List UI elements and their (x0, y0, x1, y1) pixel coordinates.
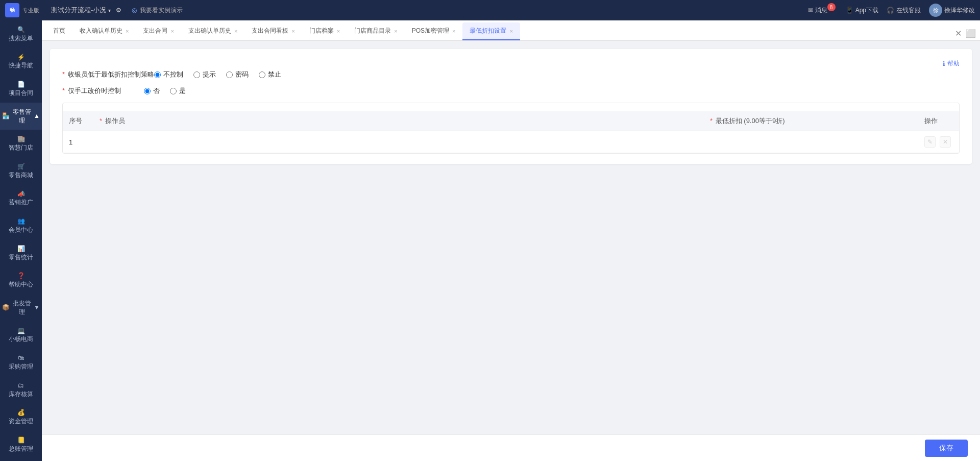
tab-min-discount-label: 最低折扣设置 (470, 27, 506, 35)
help-link[interactable]: ℹ 帮助 (943, 59, 960, 68)
manual-price-yes-radio[interactable] (170, 88, 177, 94)
sidebar-item-contracts[interactable]: 📄 项目合同 (0, 75, 42, 103)
sidebar-label-smart-store: 智慧门店 (2, 143, 40, 152)
tab-home[interactable]: 首页 (46, 22, 72, 40)
sidebar-item-retail-stats[interactable]: 📊 零售统计 (0, 239, 42, 267)
cell-discount-1 (704, 131, 918, 153)
tab-pos-password-close[interactable]: × (452, 28, 455, 34)
customer-service-button[interactable]: 🎧 在线客服 (887, 6, 921, 15)
tab-store-product-catalog[interactable]: 门店商品目录 × (347, 22, 404, 40)
discount-policy-password-radio[interactable] (226, 71, 233, 78)
tab-income-history-close[interactable]: × (126, 28, 129, 34)
sidebar-item-members[interactable]: 👥 会员中心 (0, 212, 42, 239)
discount-policy-forbid-radio[interactable] (259, 71, 265, 78)
discount-policy-hint[interactable]: 提示 (193, 70, 216, 79)
table-row: 1 ✎ ✕ (63, 131, 959, 153)
discount-policy-forbid-label: 禁止 (268, 70, 281, 79)
sidebar-item-search[interactable]: 🔍 搜索菜单 (0, 20, 42, 48)
sidebar-item-ecommerce[interactable]: 💻 小畅电商 (0, 322, 42, 349)
tab-store-archive-label: 门店档案 (309, 27, 334, 35)
tab-payment-contract-board-close[interactable]: × (291, 28, 295, 34)
tab-payment-confirm-history-close[interactable]: × (234, 28, 237, 34)
tab-payment-contract-close[interactable]: × (170, 28, 174, 34)
tab-store-archive-close[interactable]: × (337, 28, 340, 34)
discount-policy-label: * 收银员低于最低折扣控制策略 (62, 70, 154, 79)
message-icon: ✉ (808, 7, 813, 14)
tab-bar-actions: ✕ ⬜ (955, 29, 976, 40)
tab-payment-contract-board[interactable]: 支出合同看板 × (244, 22, 302, 40)
delete-icon-btn[interactable]: ✕ (940, 136, 951, 148)
download-icon: 📱 (846, 7, 853, 14)
tab-store-product-catalog-close[interactable]: × (394, 28, 397, 34)
manual-price-row: * 仅手工改价时控制 否 是 (62, 86, 960, 95)
edit-icon-btn[interactable]: ✎ (924, 136, 936, 148)
content-area: 首页 收入确认单历史 × 支出合同 × 支出确认单历史 × 支出合同看板 × 门… (42, 20, 980, 461)
help-circle-icon: ℹ (943, 60, 945, 67)
tab-close-icon[interactable]: ✕ (955, 29, 962, 38)
project-name: 测试分开流程-小况 (51, 6, 106, 15)
manual-price-no-label: 否 (153, 86, 160, 95)
manual-price-label: * 仅手工改价时控制 (62, 86, 144, 95)
col-header-operator: * 操作员 (93, 111, 704, 131)
demo-link[interactable]: ◎ 我要看实例演示 (132, 6, 183, 15)
tab-payment-confirm-history[interactable]: 支出确认单历史 × (181, 22, 244, 40)
demo-text: 我要看实例演示 (140, 6, 183, 15)
wholesale-icon: 📦 (2, 303, 10, 312)
tab-payment-contract-board-label: 支出合同看板 (252, 27, 288, 35)
discount-policy-none-radio[interactable] (154, 71, 161, 78)
logo-icon: 畅 (5, 3, 19, 17)
tab-bar: 首页 收入确认单历史 × 支出合同 × 支出确认单历史 × 支出合同看板 × 门… (42, 20, 980, 41)
sidebar-item-wholesale[interactable]: 📦 批发管理 ▼ (0, 294, 42, 322)
sidebar-item-help[interactable]: ❓ 帮助中心 (0, 266, 42, 294)
sidebar-item-purchase[interactable]: 🛍 采购管理 (0, 349, 42, 376)
sidebar-item-invoice[interactable]: 🧾 发票管理 (0, 458, 42, 462)
tab-income-history[interactable]: 收入确认单历史 × (72, 22, 136, 40)
discount-policy-password[interactable]: 密码 (226, 70, 249, 79)
tab-store-product-catalog-label: 门店商品目录 (354, 27, 391, 35)
discount-policy-none-label: 不控制 (163, 70, 183, 79)
sidebar-label-members: 会员中心 (2, 226, 40, 234)
messages-button[interactable]: ✉ 消息 8 (808, 6, 838, 15)
manual-price-no-radio[interactable] (144, 88, 151, 94)
manual-price-radio-group: 否 是 (144, 86, 186, 95)
cell-action-1: ✎ ✕ (918, 131, 959, 153)
tab-store-archive[interactable]: 门店档案 × (302, 22, 347, 40)
user-name: 徐泽华修改 (944, 6, 975, 15)
col-header-seq: 序号 (63, 111, 93, 131)
tab-min-discount-close[interactable]: × (509, 28, 512, 34)
sidebar-item-inventory[interactable]: 🗂 库存核算 (0, 376, 42, 404)
sidebar-label-shortcuts: 快捷导航 (2, 61, 40, 70)
tab-min-discount[interactable]: 最低折扣设置 × (462, 22, 520, 40)
sidebar-item-retail-mall[interactable]: 🛒 零售商城 (0, 157, 42, 185)
manual-price-no[interactable]: 否 (144, 86, 160, 95)
app-download-button[interactable]: 📱 App下载 (846, 6, 878, 15)
save-button[interactable]: 保存 (925, 440, 968, 457)
retail-mall-icon: 🛒 (2, 162, 40, 171)
discount-policy-hint-radio[interactable] (193, 71, 200, 78)
discount-policy-required-mark: * (62, 70, 65, 78)
tab-pos-password[interactable]: POS加密管理 × (405, 22, 463, 40)
ledger-icon: 📒 (2, 436, 40, 445)
sidebar-item-smart-store[interactable]: 🏬 智慧门店 (0, 130, 42, 157)
sidebar-item-finance[interactable]: 💰 资金管理 (0, 403, 42, 431)
sidebar-label-help: 帮助中心 (2, 280, 40, 289)
app-download-label: App下载 (855, 6, 878, 15)
tab-maximize-icon[interactable]: ⬜ (966, 29, 976, 38)
contract-icon: 📄 (2, 80, 40, 89)
tab-payment-contract[interactable]: 支出合同 × (136, 22, 181, 40)
sidebar-item-shortcuts[interactable]: ⚡ 快捷导航 (0, 48, 42, 76)
sidebar-label-inventory: 库存核算 (2, 390, 40, 399)
project-selector[interactable]: 测试分开流程-小况 ▾ ⚙ (51, 6, 121, 15)
tab-income-history-label: 收入确认单历史 (80, 27, 122, 35)
settings-icon[interactable]: ⚙ (116, 7, 121, 14)
discount-policy-forbid[interactable]: 禁止 (259, 70, 281, 79)
sidebar-item-retail[interactable]: 🏪 零售管理 ▲ (0, 103, 42, 130)
sidebar-item-ledger[interactable]: 📒 总账管理 (0, 431, 42, 458)
sidebar-label-search: 搜索菜单 (2, 34, 40, 43)
operator-required-mark: * (100, 117, 102, 125)
sidebar-item-marketing[interactable]: 📣 营销推广 (0, 185, 42, 212)
discount-policy-none[interactable]: 不控制 (154, 70, 183, 79)
logo: 畅 专业版 (5, 3, 46, 17)
user-profile[interactable]: 徐 徐泽华修改 (929, 4, 975, 17)
manual-price-yes[interactable]: 是 (170, 86, 186, 95)
